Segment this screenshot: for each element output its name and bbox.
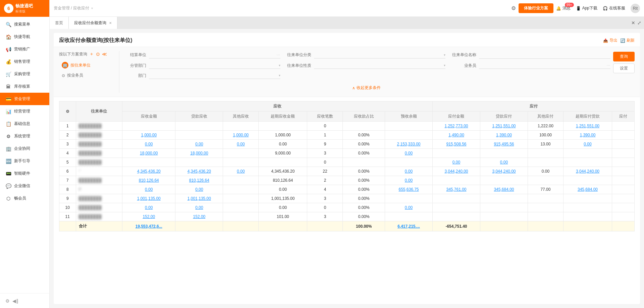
sidebar-item-purchase[interactable]: 🛒采购管理 — [0, 68, 49, 80]
logo-subtitle: 标准版 — [15, 9, 33, 14]
tab-home-label: 首页 — [55, 20, 63, 26]
breadcrumb-text: 资金管理 / 应收应付 — [54, 5, 89, 11]
breadcrumb: 资金管理 / 应收应付 ▾ — [54, 5, 507, 11]
tab-query[interactable]: 应收应付余额查询 ✕ — [69, 17, 117, 29]
sidebar-item-warehouse[interactable]: 🏛库存核算 — [0, 80, 49, 93]
header-message[interactable]: 🔔 消息 99+ — [556, 5, 571, 11]
sidebar-item-search[interactable]: 🔍搜索菜单 — [0, 18, 49, 31]
header-online-service[interactable]: 🎧 在线客服 — [603, 5, 625, 11]
summary-ar-other — [223, 221, 259, 231]
sidebar-label-purchase: 采购管理 — [14, 71, 30, 77]
filter-dept-manage: 分管部门 ▾ — [122, 62, 280, 69]
sidebar-label-search: 搜索菜单 — [14, 21, 30, 27]
toggle-more-conditions[interactable]: ∧ 收起更多条件 — [122, 83, 610, 93]
sidebar-item-capital[interactable]: 💳资金管理 — [0, 93, 49, 105]
table-gear-icon[interactable]: ⚙ — [66, 109, 69, 114]
logo-text-block: 畅捷通吧 标准版 — [15, 3, 33, 14]
select-partner-nature[interactable]: ▾ — [314, 62, 445, 69]
select-dept[interactable]: ▾ — [149, 72, 280, 79]
summary-ap-last — [612, 221, 635, 231]
scheme-by-salesman[interactable]: ⊙ 按业务员 — [59, 71, 115, 80]
scheme-label-partner: 按往来单位 — [70, 62, 91, 68]
sidebar-item-member[interactable]: ⬡畅会员 — [0, 192, 49, 205]
add-scheme-icon[interactable]: ＋ — [89, 51, 94, 57]
collapse-icon[interactable]: ◀‖ — [12, 298, 18, 304]
partner-name: ████████ — [76, 131, 122, 140]
header-gear-icon[interactable]: ⚙ — [511, 5, 516, 11]
input-partner-name[interactable] — [479, 51, 610, 59]
sidebar-item-wechat[interactable]: 💬企业微信 — [0, 180, 49, 192]
th-ap-amount: 应付金额 — [433, 112, 480, 122]
sidebar-item-system[interactable]: ⚙系统管理 — [0, 130, 49, 142]
service-label: 在线客服 — [609, 5, 625, 11]
th-ar-count: 应收笔数 — [307, 112, 343, 122]
filter-partner-category: 往来单位分类 ▾ — [287, 51, 445, 59]
warehouse-icon: 🏛 — [5, 84, 11, 89]
sidebar-label-operation: 经营管理 — [14, 108, 30, 114]
th-ap-last: 应付 — [612, 112, 635, 122]
select-settlement-unit[interactable]: ··· — [149, 52, 280, 58]
service-icon: 🎧 — [603, 6, 608, 11]
label-partner-category: 往来单位分类 — [287, 52, 311, 58]
scheme-settings-icon[interactable]: ⊙ — [96, 51, 100, 57]
system-icon: ⚙ — [5, 134, 11, 139]
export-button[interactable]: 📤 导出 — [603, 38, 618, 43]
hardware-icon: 📟 — [5, 171, 11, 176]
summary-ap-other — [528, 221, 563, 231]
table-row: 2████████1,000.001,000.001,000.0010.00%1… — [59, 131, 635, 140]
th-gear[interactable]: ⚙ — [59, 101, 76, 122]
filter-salesman: 业务员 ··· — [452, 62, 610, 69]
settlement-unit-dots: ··· — [277, 53, 280, 57]
sidebar-item-marketing[interactable]: 📢营销推广 — [0, 43, 49, 55]
sidebar-item-sales[interactable]: 💰销售管理 — [0, 55, 49, 68]
scheme-label-salesman: 按业务员 — [67, 73, 83, 78]
summary-ar-loan — [175, 221, 223, 231]
sidebar-item-guide[interactable]: 🆕新手引导 — [0, 155, 49, 167]
purchase-icon: 🛒 — [5, 72, 11, 77]
summary-ar-count — [307, 221, 343, 231]
query-button[interactable]: 查询 — [613, 52, 635, 61]
setting-button[interactable]: 设置 — [613, 63, 635, 73]
avatar[interactable]: Rit — [631, 4, 640, 13]
tab-close-icon[interactable]: ✕ — [109, 21, 112, 25]
scheme-back-icon[interactable]: ≪ — [102, 51, 107, 57]
sidebar-item-basic[interactable]: 📋基础信息 — [0, 118, 49, 130]
summary-ap-amount: -654,751.40 — [433, 221, 480, 231]
th-group-receivable: 应收 — [122, 101, 433, 112]
tab-close-button[interactable]: ✕ — [631, 20, 635, 26]
sidebar-label-warehouse: 库存核算 — [14, 84, 30, 89]
filter-partner-name: 往来单位名称 — [452, 51, 610, 59]
select-dept-manage[interactable]: ▾ — [149, 62, 280, 69]
header-app-download[interactable]: 📱 App下载 — [576, 5, 597, 11]
enterprise-icon: 🏢 — [5, 146, 11, 151]
filter-area: 按以下方案查询 ＋ ⊙ ≪ 🏢 按往来单位 ⊙ 按业务员 — [54, 47, 640, 97]
filter-scheme-title-text: 按以下方案查询 — [59, 51, 87, 57]
trial-button[interactable]: 体验行业方案 — [519, 3, 553, 13]
sidebar-item-operation[interactable]: 📊经营管理 — [0, 105, 49, 118]
tab-home[interactable]: 首页 — [50, 17, 69, 29]
sidebar-label-guide: 新手引导 — [14, 158, 30, 164]
summary-ar-prepaid[interactable]: 6,417,215.... — [385, 221, 433, 231]
sidebar-label-nav: 快捷导航 — [14, 34, 30, 40]
tab-expand-button[interactable]: ⤢ — [637, 20, 641, 26]
top-header: 资金管理 / 应收应付 ▾ ⚙ 体验行业方案 🔔 消息 99+ 📱 App下载 … — [50, 0, 644, 17]
sidebar-item-nav[interactable]: 🏠快捷导航 — [0, 31, 49, 43]
select-partner-category[interactable]: ▾ — [314, 52, 445, 58]
sidebar-item-enterprise[interactable]: 🏢企业协同 — [0, 142, 49, 155]
select-salesman[interactable]: ··· — [479, 62, 610, 69]
sidebar-label-basic: 基础信息 — [14, 121, 30, 127]
refresh-button[interactable]: 🔄 刷新 — [620, 38, 635, 43]
app-label: App下载 — [582, 5, 597, 11]
summary-ar-amount[interactable]: 19,553,472,6... — [122, 221, 175, 231]
basic-icon: 📋 — [5, 121, 11, 127]
summary-row: 合计 19,553,472,6... 100.00% 6,417,215....… — [59, 221, 635, 231]
sidebar-logo: 6 畅捷通吧 标准版 — [0, 0, 49, 17]
settings-icon[interactable]: ⚙ — [5, 298, 10, 304]
partner-name: ████████ — [76, 194, 122, 203]
sidebar-item-hardware[interactable]: 📟智能硬件 — [0, 167, 49, 180]
scheme-by-partner[interactable]: 🏢 按往来单位 — [59, 60, 115, 71]
table-row: 4████████18,000.0018,000.009,000.0030.00… — [59, 149, 635, 158]
table-area: ⚙ 往来单位 应收 应付 应收金额 贷款应收 其他应收 超期应收金额 应收笔数 … — [54, 97, 640, 304]
filter-partner-nature: 往来单位性质 ▾ — [287, 62, 445, 69]
partner-name: ████████ — [76, 158, 122, 167]
